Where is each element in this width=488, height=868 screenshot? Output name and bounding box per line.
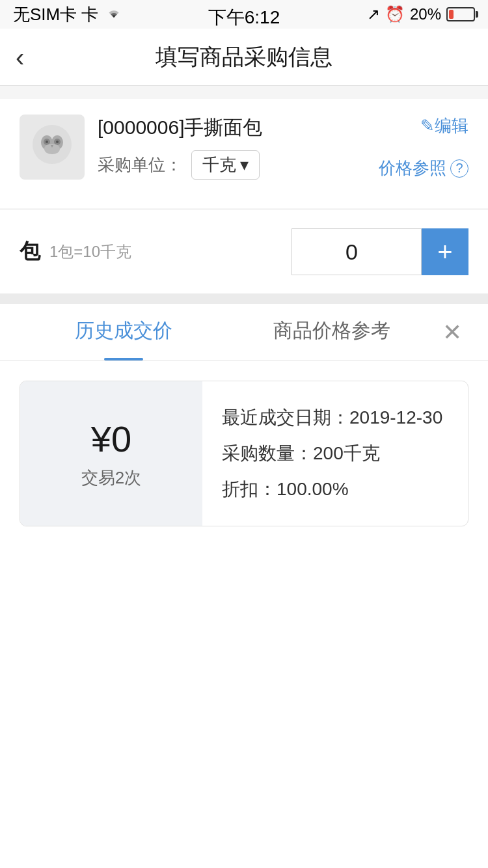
date-value: 2019-12-30 <box>349 407 442 427</box>
svg-point-6 <box>56 141 59 143</box>
discount-label: 折扣： <box>222 479 277 499</box>
time-label: 下午6:12 <box>208 5 280 30</box>
tab-price-reference[interactable]: 商品价格参考 <box>228 304 436 360</box>
qty-label: 采购数量： <box>222 443 313 463</box>
quantity-input[interactable] <box>291 228 422 275</box>
unit-select[interactable]: 千克 ▾ <box>191 150 260 180</box>
carrier-label: 无SIM卡 卡 <box>13 3 98 26</box>
tab-history-price[interactable]: 历史成交价 <box>20 304 228 360</box>
product-card: [0000006]手撕面包 采购单位： 千克 ▾ ✎编辑 价格参照 ? <box>0 99 488 208</box>
pkg-sub: 1包=10千克 <box>49 241 131 262</box>
pkg-icon: 包 <box>20 237 40 266</box>
tab-price-ref-label: 商品价格参考 <box>273 318 390 344</box>
price-discount-row: 折扣：100.00% <box>222 476 448 502</box>
discount-value: 100.00% <box>277 479 349 499</box>
alarm-icon: ⏰ <box>385 5 405 23</box>
status-left: 无SIM卡 卡 <box>13 3 123 26</box>
bottom-area <box>0 546 488 868</box>
status-right: ↗ ⏰ 20% <box>367 5 475 23</box>
svg-point-5 <box>46 141 48 143</box>
battery-percent: 20% <box>410 5 441 23</box>
price-card: ¥0 交易2次 最近成交日期：2019-12-30 采购数量：200千克 折扣：… <box>20 381 468 526</box>
price-ref-label: 价格参照 <box>379 157 446 180</box>
date-label: 最近成交日期： <box>222 407 349 427</box>
product-name: [0000006]手撕面包 <box>98 115 262 141</box>
product-unit-row: 采购单位： 千克 ▾ <box>98 150 262 180</box>
price-right-panel: 最近成交日期：2019-12-30 采购数量：200千克 折扣：100.00% <box>202 381 468 526</box>
price-date-row: 最近成交日期：2019-12-30 <box>222 405 448 430</box>
price-ref-button[interactable]: 价格参照 ? <box>379 157 468 180</box>
tab-history-label: 历史成交价 <box>75 318 172 344</box>
price-amount: ¥0 <box>91 418 131 460</box>
product-left: [0000006]手撕面包 采购单位： 千克 ▾ <box>20 115 262 180</box>
tab-close-button[interactable]: ✕ <box>436 319 468 346</box>
tab-bar: 历史成交价 商品价格参考 ✕ <box>0 304 488 361</box>
quantity-section: 包 1包=10千克 + <box>0 210 488 293</box>
quantity-label: 包 1包=10千克 <box>20 237 131 266</box>
section-divider <box>0 293 488 304</box>
edit-button[interactable]: ✎编辑 <box>420 115 468 137</box>
product-thumbnail <box>29 122 75 172</box>
qty-value: 200千克 <box>313 443 380 463</box>
unit-arrow: ▾ <box>240 155 249 175</box>
battery-icon <box>446 7 475 21</box>
nav-bar: ‹ 填写商品采购信息 <box>0 29 488 86</box>
wifi-icon <box>105 5 123 25</box>
page-title: 填写商品采购信息 <box>156 42 332 72</box>
quantity-plus-button[interactable]: + <box>422 228 468 275</box>
battery-fill <box>449 10 454 19</box>
back-button[interactable]: ‹ <box>16 44 24 70</box>
price-qty-row: 采购数量：200千克 <box>222 441 448 466</box>
price-ref-icon: ? <box>450 159 468 178</box>
quantity-control: + <box>291 228 468 275</box>
price-trade-count: 交易2次 <box>81 467 141 489</box>
status-bar: 无SIM卡 卡 下午6:12 ↗ ⏰ 20% <box>0 0 488 29</box>
history-content: ¥0 交易2次 最近成交日期：2019-12-30 采购数量：200千克 折扣：… <box>0 361 488 546</box>
product-header: [0000006]手撕面包 采购单位： 千克 ▾ ✎编辑 价格参照 ? <box>20 115 468 180</box>
location-icon: ↗ <box>367 5 380 23</box>
product-actions: ✎编辑 价格参照 ? <box>379 115 468 180</box>
product-image <box>20 115 85 180</box>
price-left-panel: ¥0 交易2次 <box>20 381 202 526</box>
unit-label: 采购单位： <box>98 154 182 176</box>
product-info: [0000006]手撕面包 采购单位： 千克 ▾ <box>98 115 262 180</box>
unit-value: 千克 <box>202 154 236 176</box>
